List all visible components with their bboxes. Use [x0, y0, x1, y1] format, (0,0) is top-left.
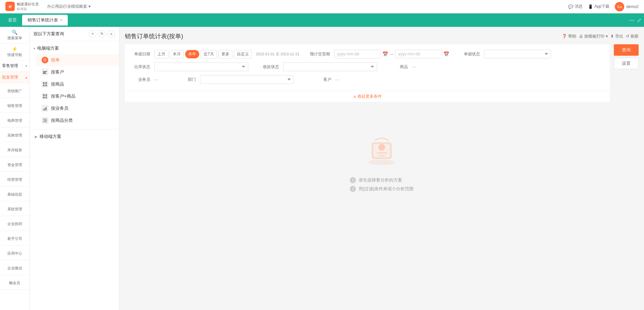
sidebar-item-inventory[interactable]: 库存核算 — [0, 142, 29, 157]
by-customer-label: 按客户 — [51, 69, 64, 75]
sidebar-item-member[interactable]: 畅会员 — [0, 275, 29, 290]
refresh-button[interactable]: ↺ 刷新 — [626, 34, 639, 39]
sidebar-nav-label: 快捷导航 — [3, 52, 26, 57]
sidebar-item-basic[interactable]: 基础信息 — [0, 187, 29, 201]
svg-rect-13 — [43, 109, 44, 110]
sidebar-item-operations[interactable]: 经营管理 — [0, 172, 29, 187]
tab-close-icon[interactable]: × — [60, 18, 62, 22]
date-btn-last-month[interactable]: 上月 — [154, 50, 168, 58]
product-dots[interactable]: ··· — [412, 64, 416, 69]
customer-dots[interactable]: ··· — [335, 77, 339, 82]
tab-home[interactable]: 首页 — [3, 15, 22, 25]
sidebar-operations-label: 经营管理 — [1, 177, 28, 182]
sidebar-item-retail[interactable]: 零售管理 ▾ — [0, 60, 29, 72]
tab-sales-order[interactable]: 销售订单统计表 × — [22, 15, 68, 25]
breadcrumb-chevron-icon[interactable]: ▾ — [89, 4, 91, 9]
export-icon: ⬇ — [610, 34, 614, 39]
edit-scheme-button[interactable]: ✎ — [98, 30, 106, 38]
date-btn-custom[interactable]: 自定义 — [234, 50, 252, 58]
help-button[interactable]: ❓ 帮助 — [562, 34, 576, 39]
message-icon: 💬 — [568, 4, 573, 9]
date-buttons: 上月 本月 本年 近7天 更多 自定义 — [154, 50, 252, 58]
date-btn-this-month[interactable]: 本月 — [170, 50, 184, 58]
svg-rect-15 — [46, 107, 47, 110]
reset-button[interactable]: 设置 — [614, 58, 639, 69]
add-scheme-button[interactable]: + — [89, 30, 96, 38]
sidebar-item-marketing[interactable]: 营销推广 — [0, 83, 29, 98]
download-icon: 📱 — [588, 4, 593, 9]
tree-item-by-customer[interactable]: 按客户 — [36, 66, 119, 78]
tab-bar-controls: — ⤢ — [629, 17, 641, 23]
left-panel-header: 按以下方案查询 + ✎ « — [30, 27, 119, 41]
svg-rect-16 — [43, 119, 47, 119]
sidebar-item-finance[interactable]: 资金管理 — [0, 157, 29, 172]
sidebar-item-purchase[interactable]: 采购管理 — [0, 127, 29, 142]
expected-delivery-start[interactable] — [334, 50, 381, 58]
tree-item-by-salesman[interactable]: 按业务员 — [36, 102, 119, 114]
salesman-dots[interactable]: ··· — [154, 77, 158, 82]
tab-minimize-icon[interactable]: — — [629, 17, 634, 23]
export-button[interactable]: ⬇ 导出 — [610, 34, 623, 39]
sidebar-wholesale-arrow: ▴ — [25, 75, 27, 79]
tree-expand-icon: ▾ — [34, 47, 35, 50]
calendar-start-icon[interactable]: 📅 — [382, 51, 388, 57]
sidebar-item-apps[interactable]: 应用中心 — [0, 246, 29, 260]
message-button[interactable]: 💬 消息 — [568, 4, 583, 9]
tree-item-by-category[interactable]: 按商品分类 — [36, 114, 119, 126]
logo-area: 好 畅捷通好生意 标准版 — [5, 2, 39, 11]
expected-delivery-input-wrap: 📅 — 📅 — [334, 50, 449, 58]
sidebar-item-system[interactable]: 系统管理 — [0, 201, 29, 216]
tip-text-2: 用[过滤]条件来缩小分析范围 — [359, 186, 413, 192]
svg-rect-24 — [378, 155, 385, 156]
expected-delivery-end[interactable] — [395, 50, 442, 58]
sidebar-item-sales[interactable]: 销售管理 — [0, 98, 29, 113]
tree-sub-desktop: 按 按单 按客户 按商品 — [30, 54, 119, 126]
page-title: 销售订单统计表(按单) — [125, 32, 183, 40]
sidebar-item-wechat[interactable]: 企业微信 — [0, 260, 29, 275]
date-btn-this-year[interactable]: 本年 — [185, 50, 199, 58]
payment-status-select[interactable] — [283, 62, 377, 71]
sidebar-item-ecommerce[interactable]: 电商管理 — [0, 113, 29, 127]
sidebar-item-newbie[interactable]: 新手引导 — [0, 231, 29, 246]
status-select[interactable] — [484, 50, 551, 58]
filter-section: 单据日期 上月 本月 本年 近7天 更多 自定义 2023-01-01 至 20… — [125, 44, 610, 102]
tab-maximize-icon[interactable]: ⤢ — [637, 17, 641, 23]
user-profile[interactable]: Ea demo2 — [615, 2, 639, 11]
tree-parent-mobile[interactable]: ▶ 移动端方案 — [30, 131, 119, 142]
svg-rect-9 — [43, 94, 45, 96]
by-salesman-icon — [42, 105, 48, 112]
svg-rect-12 — [45, 97, 47, 98]
date-btn-more[interactable]: 更多 — [218, 50, 232, 58]
svg-rect-8 — [45, 85, 47, 86]
sidebar-search[interactable]: 🔍 搜索菜单 — [0, 27, 29, 44]
print-label: 按模板打印 — [584, 34, 604, 39]
logo-icon: 好 — [5, 2, 15, 11]
search-button[interactable]: 查询 — [614, 44, 639, 56]
tree-desktop-label: 电脑端方案 — [37, 45, 59, 51]
customer-label: 客户 — [311, 77, 331, 83]
svg-rect-2 — [43, 71, 47, 72]
svg-rect-17 — [44, 120, 47, 121]
product-filter-label: 商品 — [388, 64, 408, 70]
sidebar-item-enterprise[interactable]: 企业协同 — [0, 216, 29, 231]
empty-state: 1 请先选择要分析的方案 2 用[过滤]条件来缩小分析范围 — [125, 102, 639, 221]
tree-item-by-cust-prod[interactable]: 按客户+商品 — [36, 90, 119, 102]
sidebar-nav[interactable]: ⚡ 快捷导航 — [0, 44, 29, 60]
sidebar-item-wholesale[interactable]: 批发管理 ▴ — [0, 72, 29, 83]
tree-item-by-product[interactable]: 按商品 — [36, 78, 119, 90]
app-download-button[interactable]: 📱 App下载 — [588, 4, 609, 9]
department-select[interactable] — [200, 75, 294, 84]
tree-parent-desktop[interactable]: ▾ 电脑端方案 — [30, 43, 119, 54]
collapse-panel-button[interactable]: « — [108, 30, 115, 38]
date-btn-7days[interactable]: 近7天 — [201, 50, 217, 58]
calendar-end-icon[interactable]: 📅 — [443, 51, 449, 57]
collapse-filter-label: 收起更多条件 — [358, 94, 382, 99]
print-button[interactable]: 🖨 按模板打印 ▾ — [579, 34, 608, 39]
main-layout: 🔍 搜索菜单 ⚡ 快捷导航 零售管理 ▾ 批发管理 ▴ 营销推广 销售管理 电商… — [0, 27, 644, 310]
delivery-status-select[interactable] — [154, 62, 248, 71]
collapse-filter-button[interactable]: ∧ 收起更多条件 — [125, 91, 610, 102]
payment-status-label: 收款状态 — [259, 64, 279, 70]
breadcrumb: 办公用品行业模拟账套 ▾ — [47, 4, 91, 9]
date-range-text: 2023-01-01 至 2023-12-31 — [256, 52, 300, 57]
tree-item-by-order[interactable]: 按 按单 — [36, 54, 119, 66]
